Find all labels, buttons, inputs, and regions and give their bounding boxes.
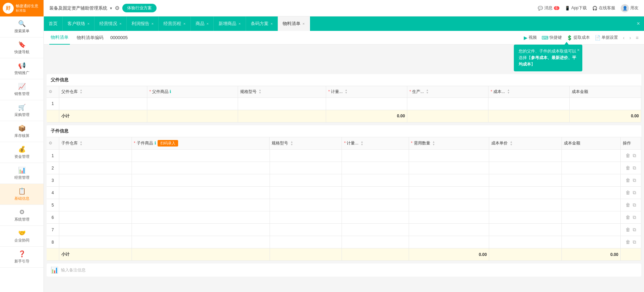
delete-icon-7[interactable]: 🗑 — [626, 227, 630, 232]
video-button[interactable]: ▶ 视频 — [524, 35, 537, 40]
child-cell-warehouse-3[interactable] — [59, 174, 132, 187]
settings-gear-icon[interactable]: ⚙ — [115, 5, 120, 11]
sidebar-item-企业协同[interactable]: 🤝 企业协同 — [0, 226, 44, 247]
trial-button[interactable]: 体验行业方案 — [122, 4, 157, 12]
delete-icon-3[interactable]: 🗑 — [626, 177, 630, 183]
child-settings-gear[interactable]: ⚙ — [49, 141, 52, 145]
child-cell-spec-1[interactable] — [270, 150, 342, 162]
system-dropdown-icon[interactable]: ▾ — [110, 6, 112, 11]
copy-icon-4[interactable]: ⧉ — [633, 190, 636, 195]
tooltip-close-button[interactable]: × — [577, 47, 580, 54]
parent-cell-spec-1[interactable] — [238, 97, 326, 110]
copy-icon-7[interactable]: ⧉ — [633, 227, 636, 232]
child-cell-warehouse-1[interactable] — [59, 150, 132, 162]
nav-tab-1[interactable]: 客户联络× — [63, 16, 95, 31]
nav-prev-arrow[interactable]: ‹ — [623, 35, 624, 40]
online-service-button[interactable]: 🎧 在线客服 — [592, 5, 615, 11]
nav-tab-8[interactable]: 物料清单× — [278, 16, 310, 31]
nav-close-all-button[interactable]: × — [633, 21, 644, 27]
child-cell-warehouse-4[interactable] — [59, 187, 132, 199]
parent-cell-unit-1[interactable] — [326, 97, 407, 110]
child-cell-spec-4[interactable] — [270, 187, 342, 199]
parent-cell-produce-1[interactable] — [407, 97, 488, 110]
sidebar-item-系统管理[interactable]: ⚙ 系统管理 — [0, 205, 44, 226]
extract-cost-button[interactable]: 💲 提取成本 — [567, 35, 590, 40]
sidebar-item-库存核算[interactable]: 📦 库存核算 — [0, 121, 44, 142]
child-cell-product-3[interactable] — [132, 174, 270, 187]
child-cell-qty-7[interactable] — [409, 224, 489, 236]
child-cell-qty-8[interactable] — [409, 236, 489, 248]
child-cell-unit-cost-2[interactable] — [489, 162, 562, 174]
nav-tab-close-8[interactable]: × — [302, 22, 305, 26]
child-cell-product-8[interactable] — [132, 236, 270, 248]
sidebar-item-快捷导航[interactable]: 🔖 快捷导航 — [0, 37, 44, 58]
copy-icon-1[interactable]: ⧉ — [633, 153, 636, 158]
sub-nav-wuliaoqingdan[interactable]: 物料清单 — [49, 31, 70, 45]
child-cell-product-5[interactable] — [132, 199, 270, 211]
child-cell-unit-4[interactable] — [342, 187, 409, 199]
child-cell-unit-cost-1[interactable] — [489, 150, 562, 162]
delete-icon-4[interactable]: 🗑 — [626, 190, 630, 195]
nav-tab-close-2[interactable]: × — [119, 22, 121, 26]
child-cell-product-6[interactable] — [132, 211, 270, 224]
nav-tab-close-7[interactable]: × — [271, 22, 273, 26]
child-cell-product-2[interactable] — [132, 162, 270, 174]
sub-nav-wuliaocode[interactable]: 物料清单编码 — [75, 31, 105, 45]
copy-icon-5[interactable]: ⧉ — [633, 202, 636, 208]
child-cell-product-4[interactable] — [132, 187, 270, 199]
child-cell-warehouse-6[interactable] — [59, 211, 132, 224]
child-cell-warehouse-2[interactable] — [59, 162, 132, 174]
message-button[interactable]: 💬 消息 6 — [538, 5, 559, 11]
child-cell-unit-cost-3[interactable] — [489, 174, 562, 187]
sidebar-item-销售管理[interactable]: 📈 销售管理 — [0, 79, 44, 100]
copy-icon-3[interactable]: ⧉ — [633, 177, 636, 183]
nav-tab-close-1[interactable]: × — [87, 22, 89, 26]
child-cell-unit-8[interactable] — [342, 236, 409, 248]
child-cell-unit-7[interactable] — [342, 224, 409, 236]
child-cell-unit-5[interactable] — [342, 199, 409, 211]
nav-tab-2[interactable]: 经营情况× — [95, 16, 126, 31]
child-cell-warehouse-7[interactable] — [59, 224, 132, 236]
sidebar-item-搜索菜单[interactable]: 🔍 搜索菜单 — [0, 16, 44, 37]
child-cell-unit-3[interactable] — [342, 174, 409, 187]
delete-icon-2[interactable]: 🗑 — [626, 165, 630, 171]
sidebar-item-资金管理[interactable]: 💰 资金管理 — [0, 142, 44, 163]
nav-next-arrow[interactable]: › — [629, 35, 631, 40]
app-download-button[interactable]: 📱 App下载 — [565, 5, 587, 11]
child-cell-unit-1[interactable] — [342, 150, 409, 162]
copy-icon-2[interactable]: ⧉ — [633, 165, 636, 171]
child-cell-unit-cost-7[interactable] — [489, 224, 562, 236]
child-cell-spec-5[interactable] — [270, 199, 342, 211]
nav-tab-close-6[interactable]: × — [238, 22, 240, 26]
child-cell-qty-4[interactable] — [409, 187, 489, 199]
nav-tab-0[interactable]: 首页 — [44, 16, 63, 31]
sidebar-item-新手引导[interactable]: ❓ 新手引导 — [0, 247, 44, 268]
child-cell-product-7[interactable] — [132, 224, 270, 236]
child-cell-product-1[interactable] — [132, 150, 270, 162]
child-cell-qty-1[interactable] — [409, 150, 489, 162]
child-cell-unit-cost-6[interactable] — [489, 211, 562, 224]
child-cell-unit-cost-5[interactable] — [489, 199, 562, 211]
sidebar-item-营销推广[interactable]: 📢 营销推广 — [0, 58, 44, 79]
document-settings-button[interactable]: 📄 单据设置 — [595, 35, 618, 40]
delete-icon-8[interactable]: 🗑 — [626, 239, 630, 245]
user-avatar-button[interactable]: 👤 用友 — [621, 4, 639, 12]
child-cell-qty-3[interactable] — [409, 174, 489, 187]
nav-tab-5[interactable]: 商品× — [191, 16, 214, 31]
child-cell-warehouse-5[interactable] — [59, 199, 132, 211]
bottom-placeholder[interactable]: 输入备注信息 — [61, 267, 86, 273]
delete-icon-5[interactable]: 🗑 — [626, 202, 630, 208]
child-cell-spec-2[interactable] — [270, 162, 342, 174]
copy-icon-6[interactable]: ⧉ — [633, 214, 636, 220]
nav-menu-icon[interactable]: ≡ — [636, 35, 639, 40]
child-cell-unit-6[interactable] — [342, 211, 409, 224]
nav-tab-3[interactable]: 利润报告× — [127, 16, 159, 31]
parent-settings-gear[interactable]: ⚙ — [49, 89, 52, 94]
nav-tab-close-3[interactable]: × — [151, 22, 153, 26]
scan-input-button[interactable]: 扫码录入 — [158, 140, 178, 147]
child-cell-spec-7[interactable] — [270, 224, 342, 236]
nav-tab-4[interactable]: 经营历程× — [159, 16, 190, 31]
parent-cell-product-1[interactable] — [147, 97, 238, 110]
sidebar-item-经营管理[interactable]: 📊 经营管理 — [0, 163, 44, 184]
child-cell-qty-5[interactable] — [409, 199, 489, 211]
